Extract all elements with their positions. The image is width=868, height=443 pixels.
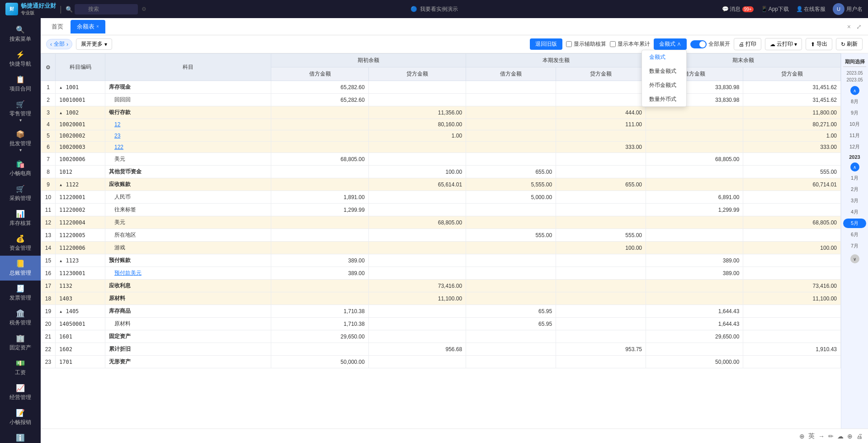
period-month-4[interactable]: 4月	[843, 207, 866, 217]
export-label: 导出	[816, 40, 827, 48]
show-assist-check[interactable]: 显示辅助核算	[566, 40, 606, 48]
settings-icon[interactable]: ⚙	[142, 6, 146, 12]
th-settings[interactable]: ⚙	[41, 54, 56, 81]
sidebar-item-operations[interactable]: 📈 经营管理	[0, 380, 41, 405]
period-month-10[interactable]: 10月	[843, 119, 866, 129]
table-row[interactable]: 13 11220005 所在地区 555.00 555.00	[41, 229, 841, 242]
bottom-icon-cloud[interactable]: ☁	[837, 433, 844, 440]
online-service-btn[interactable]: 👤 在线客服	[796, 5, 826, 13]
sidebar-item-quicknav[interactable]: ⚡ 快捷导航	[0, 47, 41, 71]
table-row[interactable]: 19 ▴ 1405 库存商品 1,710.38 65.95 1,644.43	[41, 305, 841, 318]
amount-style-option-3[interactable]: 外币金额式	[642, 78, 686, 92]
tab-close-icon[interactable]: ×	[96, 24, 99, 29]
print-btn[interactable]: 🖨 打印	[734, 38, 761, 50]
table-row[interactable]: 2 10010001 回回回 65,282.60 33,830.98 31,45…	[41, 94, 841, 106]
demo-link[interactable]: 🔵 我要看实例演示	[410, 5, 458, 13]
sidebar-item-inventory[interactable]: 📊 库存核算	[0, 206, 41, 231]
period-month-11[interactable]: 11月	[843, 131, 866, 140]
period-month-12[interactable]: 12月	[843, 142, 866, 152]
toolbar-right: 退回旧版 显示辅助核算 显示本年累计 金额式 ∧ 金额式 数量金额式	[530, 38, 863, 50]
assist-checkbox[interactable]	[566, 41, 572, 47]
table-row[interactable]: 15 ▴ 1123 预付账款 389.00 389.00	[41, 254, 841, 267]
user-avatar[interactable]: U 用户名	[833, 3, 863, 15]
table-row[interactable]: 17 1132 应收利息 73,416.00 73,416.00	[41, 280, 841, 292]
year-total-checkbox[interactable]	[610, 41, 616, 47]
table-row[interactable]: 16 11230001 预付款美元 389.00 389.00	[41, 267, 841, 280]
expand-all-area[interactable]: 全部展开	[690, 40, 730, 48]
period-month-6[interactable]: 6月	[843, 230, 866, 239]
sidebar-item-invoice[interactable]: 🧾 发票管理	[0, 281, 41, 305]
expand-more-btn[interactable]: 展开更多 ▾	[76, 38, 112, 50]
sidebar-item-wholesale[interactable]: 📦 批发管理 ▾	[0, 126, 41, 156]
table-row[interactable]: 23 1701 无形资产 50,000.00 50,000.00	[41, 356, 841, 368]
period-month-9[interactable]: 9月	[843, 108, 866, 118]
search-bar[interactable]: 🔍 搜索	[66, 4, 138, 14]
table-row[interactable]: 10 11220001 人民币 1,891.00 5,000.00 6,891.…	[41, 191, 841, 204]
return-old-btn[interactable]: 退回旧版	[530, 38, 562, 50]
refresh-btn[interactable]: ↻ 刷新	[836, 38, 863, 50]
message-btn[interactable]: 💬 消息 99+	[722, 5, 754, 13]
cell-end-credit: 100.00	[743, 242, 841, 254]
app-download-btn[interactable]: 📱 App下载	[761, 5, 789, 13]
table-row[interactable]: 21 1601 固定资产 29,650.00 29,650.00	[41, 330, 841, 343]
expand-all-toggle[interactable]	[690, 40, 707, 48]
table-row[interactable]: 4 10020001 12 80,160.00 111.00 80,271.00	[41, 119, 841, 130]
sidebar-item-assets[interactable]: 🏢 固定资产	[0, 330, 41, 355]
period-month-5[interactable]: 5月	[843, 219, 866, 228]
period-month-8[interactable]: 8月	[843, 97, 866, 106]
bottom-icon-arrow[interactable]: →	[818, 433, 825, 440]
amount-style-btn[interactable]: 金额式 ∧	[654, 38, 687, 50]
table-row[interactable]: 5 10020002 23 1.00 1.00	[41, 130, 841, 142]
sidebar-item-search[interactable]: 🔍 搜索菜单	[0, 22, 41, 47]
table-row[interactable]: 9 ▴ 1122 应收账款 65,614.01 5,555.00 655.00 …	[41, 178, 841, 191]
table-row[interactable]: 12 11220004 美元 68,805.00 68,805.00	[41, 216, 841, 229]
table-row[interactable]: 11 11220002 往来标签 1,299.99 1,299.99	[41, 204, 841, 216]
period-month-3[interactable]: 3月	[843, 196, 866, 205]
period-expand-btn[interactable]: ∧	[850, 162, 859, 171]
tab-balance[interactable]: 余额表 ×	[71, 20, 105, 33]
maximize-btn[interactable]: ⤢	[854, 22, 863, 31]
table-row[interactable]: 8 1012 其他货币资金 100.00 655.00 555.00	[41, 166, 841, 178]
sidebar-item-expense[interactable]: 📝 小畅报销	[0, 405, 41, 430]
amount-style-label: 金额式 ∧	[659, 41, 681, 47]
table-row[interactable]: 14 11220006 游戏 100.00 100.00	[41, 242, 841, 254]
amount-style-option-2[interactable]: 数量金额式	[642, 64, 686, 78]
table-row[interactable]: 1 ▴ 1001 库存现金 65,282.60 33,830.98 31,451…	[41, 81, 841, 94]
export-btn[interactable]: ⬆ 导出	[806, 38, 832, 50]
bottom-icon-edit[interactable]: ✏	[828, 433, 834, 440]
period-collapse-btn[interactable]: ∧	[850, 86, 859, 95]
sidebar-item-basicinfo[interactable]: ℹ️ 基础信息	[0, 430, 41, 443]
table-row[interactable]: 3 ▴ 1002 银行存款 11,356.00 444.00 11,800.00	[41, 106, 841, 119]
sidebar-item-retail[interactable]: 🛒 零售管理 ▾	[0, 96, 41, 126]
minimize-btn[interactable]: ×	[845, 22, 853, 31]
sidebar-item-project[interactable]: 📋 项目合同	[0, 71, 41, 96]
sidebar-item-purchase[interactable]: 🛒 采购管理	[0, 181, 41, 206]
tab-home[interactable]: 首页	[45, 20, 70, 33]
table-row[interactable]: 20 14050001 原材料 1,710.38 65.95 1,644.43	[41, 318, 841, 330]
sidebar-item-ecommerce[interactable]: 🛍️ 小畅电商	[0, 156, 41, 181]
bottom-icon-1[interactable]: ⊕	[799, 433, 805, 440]
period-nav-down[interactable]: ∨	[850, 254, 859, 263]
cloud-print-btn[interactable]: ☁ 云打印 ▾	[765, 38, 802, 50]
period-month-2[interactable]: 2月	[843, 185, 866, 194]
right-arrow-icon[interactable]: ›	[66, 41, 68, 48]
bottom-icon-print[interactable]: 🖨	[856, 433, 863, 440]
period-month-1[interactable]: 1月	[843, 173, 866, 183]
table-row[interactable]: 7 10020006 美元 68,805.00 68,805.00	[41, 153, 841, 166]
table-row[interactable]: 22 1602 累计折旧 956.68 953.75 1,910.43	[41, 343, 841, 356]
table-row[interactable]: 6 10020003 122 333.00 333.00	[41, 142, 841, 153]
sidebar-item-salary[interactable]: 💵 工资	[0, 355, 41, 380]
show-year-total-check[interactable]: 显示本年累计	[610, 40, 650, 48]
amount-style-option-1[interactable]: 金额式	[642, 50, 686, 64]
bottom-icon-plus[interactable]: ⊕	[847, 433, 853, 440]
amount-style-dropdown[interactable]: 金额式 ∧ 金额式 数量金额式 外币金额式 数量外币式	[654, 38, 687, 50]
search-input-display[interactable]: 搜索	[75, 4, 138, 14]
sidebar-item-finance[interactable]: 💰 资金管理	[0, 231, 41, 256]
bottom-icon-lang[interactable]: 英	[808, 432, 815, 440]
sidebar-item-ledger[interactable]: 📒 总账管理	[0, 256, 41, 281]
period-month-7[interactable]: 7月	[843, 241, 866, 251]
amount-style-option-4[interactable]: 数量外币式	[642, 92, 686, 106]
sidebar-item-tax[interactable]: 🏛️ 税务管理	[0, 305, 41, 330]
table-row[interactable]: 18 1403 原材料 11,100.00 11,100.00	[41, 292, 841, 305]
left-arrow-icon[interactable]: ‹	[50, 41, 52, 48]
